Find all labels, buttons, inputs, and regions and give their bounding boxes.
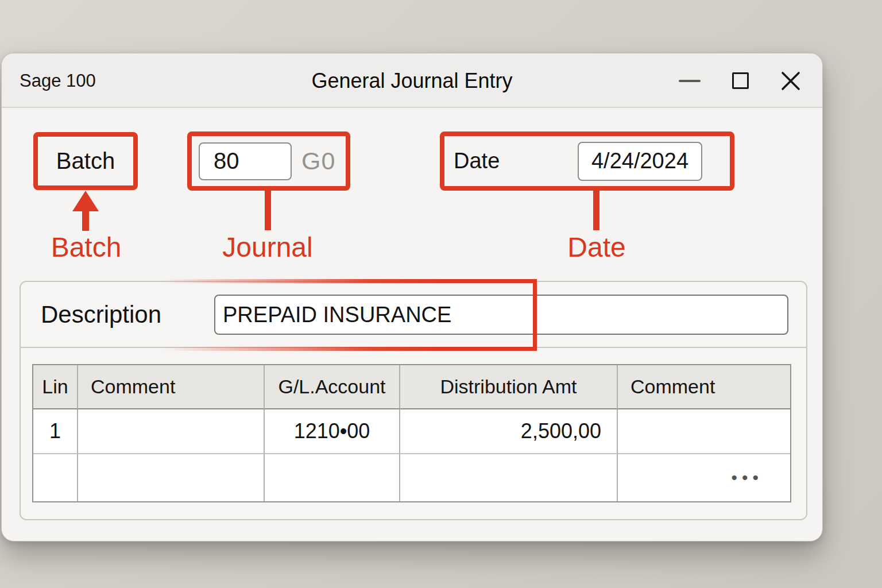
minimize-icon	[679, 80, 701, 82]
maximize-button[interactable]	[729, 70, 751, 92]
journal-annotation-box: G0	[187, 131, 350, 191]
date-connector-line	[593, 190, 599, 230]
column-header-lin: Lin	[33, 365, 78, 409]
date-annotation-box: Date	[440, 131, 734, 191]
table-cell-distribution-amt[interactable]: 2,500,00	[400, 409, 618, 454]
annotation-label-date: Date	[567, 231, 625, 263]
table-cell-lin[interactable]	[33, 454, 78, 501]
table-cell-comment-2[interactable]	[618, 409, 790, 454]
app-name: Sage 100	[20, 53, 96, 108]
description-row: Description	[21, 282, 806, 348]
minimize-button[interactable]	[679, 70, 701, 92]
table-cell-comment[interactable]	[78, 454, 265, 501]
maximize-icon	[732, 72, 749, 89]
annotation-label-batch: Batch	[51, 231, 122, 263]
journal-code-hint: G0	[301, 147, 335, 175]
date-input[interactable]	[578, 142, 702, 181]
window-controls	[679, 53, 802, 108]
table-cell-gl-account[interactable]	[265, 454, 400, 501]
column-header-gl-account: G/L.Account	[265, 365, 400, 409]
description-input[interactable]	[214, 295, 788, 335]
general-journal-entry-window: Sage 100 General Journal Entry Batch G0	[1, 53, 823, 541]
close-icon	[781, 71, 800, 91]
column-header-comment: Comment	[78, 365, 265, 409]
table-cell-comment[interactable]	[78, 409, 265, 454]
table-cell-lin[interactable]: 1	[33, 409, 78, 454]
journal-input[interactable]	[199, 142, 292, 180]
column-header-distribution-amt: Distribution Amt	[400, 365, 618, 409]
journal-connector-line	[265, 190, 271, 230]
table-cell-gl-account[interactable]: 1210•00	[265, 409, 400, 454]
batch-field-label: Batch	[56, 148, 115, 174]
close-button[interactable]	[780, 70, 802, 92]
table-cell-distribution-amt[interactable]	[400, 454, 618, 501]
batch-arrow-up-icon	[68, 191, 103, 231]
titlebar[interactable]: Sage 100 General Journal Entry	[2, 53, 822, 108]
batch-annotation-box: Batch	[33, 132, 138, 190]
table-cell-comment-2: •••	[618, 454, 790, 501]
annotation-label-journal: Journal	[222, 231, 312, 263]
window-title: General Journal Entry	[311, 53, 512, 108]
entry-panel: Description Lin Comment G/L.Account Dist…	[20, 281, 807, 520]
more-options-icon[interactable]: •••	[731, 469, 775, 486]
journal-lines-table: Lin Comment G/L.Account Distribution Amt…	[32, 364, 791, 502]
date-field-label: Date	[454, 149, 500, 173]
description-label: Description	[41, 282, 161, 347]
column-header-comment-2: Comment	[618, 365, 790, 409]
